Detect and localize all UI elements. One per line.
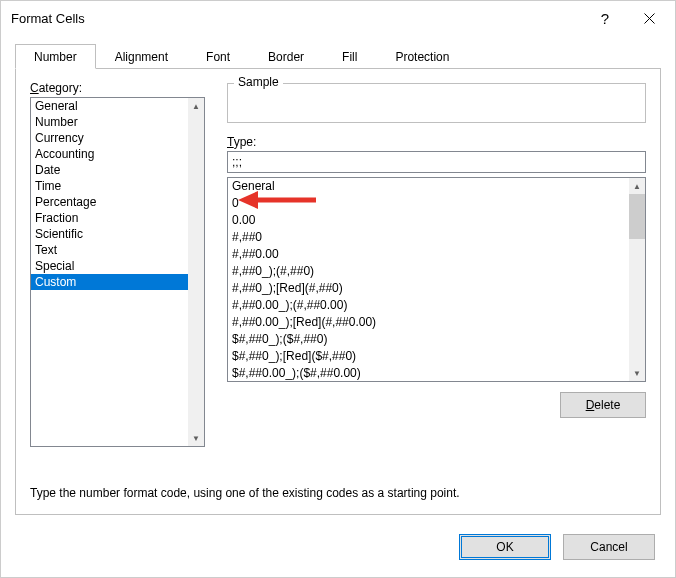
tab-alignment[interactable]: Alignment [96,44,187,69]
scrollbar[interactable]: ▲ ▼ [629,178,645,381]
list-item[interactable]: #,##0_);[Red](#,##0) [228,280,645,297]
list-item[interactable]: General [31,98,204,114]
tabstrip: Number Alignment Font Border Fill Protec… [15,43,661,69]
list-item[interactable]: #,##0_);(#,##0) [228,263,645,280]
list-item[interactable]: #,##0 [228,229,645,246]
scrollbar[interactable]: ▲ ▼ [188,98,204,446]
list-item[interactable]: Date [31,162,204,178]
ok-button[interactable]: OK [459,534,551,560]
close-icon [644,13,655,24]
hint-text: Type the number format code, using one o… [30,486,646,500]
list-item[interactable]: Special [31,258,204,274]
cancel-button[interactable]: Cancel [563,534,655,560]
list-item[interactable]: #,##0.00_);(#,##0.00) [228,297,645,314]
close-button[interactable] [627,3,671,33]
list-item[interactable]: Currency [31,130,204,146]
chevron-up-icon: ▲ [629,178,645,194]
titlebar: Format Cells ? [1,1,675,35]
list-item[interactable]: Text [31,242,204,258]
dialog-title: Format Cells [11,11,583,26]
list-item[interactable]: #,##0.00 [228,246,645,263]
dialog-footer: OK Cancel [1,529,675,577]
chevron-down-icon: ▼ [629,365,645,381]
list-item[interactable]: #,##0.00_);[Red](#,##0.00) [228,314,645,331]
list-item[interactable]: Fraction [31,210,204,226]
type-input[interactable] [227,151,646,173]
list-item[interactable]: Scientific [31,226,204,242]
list-item[interactable]: Number [31,114,204,130]
type-label: Type: [227,135,646,149]
tab-fill[interactable]: Fill [323,44,376,69]
list-item[interactable]: Percentage [31,194,204,210]
tab-font[interactable]: Font [187,44,249,69]
list-item[interactable]: Custom [31,274,204,290]
format-cells-dialog: Format Cells ? Number Alignment Font Bor… [0,0,676,578]
tab-number[interactable]: Number [15,44,96,69]
chevron-down-icon: ▼ [188,430,204,446]
dialog-body: Number Alignment Font Border Fill Protec… [1,35,675,529]
category-listbox[interactable]: General Number Currency Accounting Date … [30,97,205,447]
chevron-up-icon: ▲ [188,98,204,114]
list-item[interactable]: $#,##0_);[Red]($#,##0) [228,348,645,365]
tab-protection[interactable]: Protection [376,44,468,69]
sample-label: Sample [234,75,283,89]
list-item[interactable]: $#,##0_);($#,##0) [228,331,645,348]
list-item[interactable]: $#,##0.00_);($#,##0.00) [228,365,645,382]
sample-box: Sample [227,83,646,123]
list-item[interactable]: Accounting [31,146,204,162]
delete-button[interactable]: Delete [560,392,646,418]
tab-border[interactable]: Border [249,44,323,69]
list-item[interactable]: General [228,178,645,195]
list-item[interactable]: 0 [228,195,645,212]
scrollbar-thumb[interactable] [629,194,645,239]
category-label: Category: [30,81,205,95]
help-button[interactable]: ? [583,3,627,33]
format-code-listbox[interactable]: General 0 0.00 #,##0 #,##0.00 #,##0_);(#… [227,177,646,382]
list-item[interactable]: 0.00 [228,212,645,229]
list-item[interactable]: Time [31,178,204,194]
tabpanel-number: Category: General Number Currency Accoun… [15,69,661,515]
